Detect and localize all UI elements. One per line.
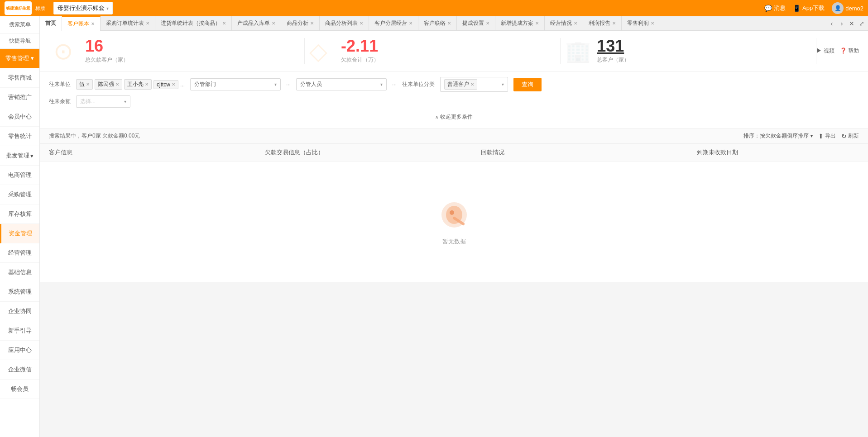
balance-filter-label: 往来余额 [49, 98, 71, 105]
dept-select-arrow: ▾ [274, 82, 277, 87]
tab-close-goods-analysis-list[interactable]: ✕ [360, 21, 363, 26]
tab-purchase-goods[interactable]: 进货单统计表（按商品） ✕ [155, 16, 232, 31]
sidebar-item-purchase-mgmt[interactable]: 采购管理 [0, 185, 39, 204]
sidebar-search-btn[interactable]: 搜索菜单 [0, 16, 39, 33]
tab-close-customer-tier[interactable]: ✕ [409, 21, 412, 26]
stats-total-customers: 🏢 131 总客户（家） [561, 38, 816, 64]
tab-customer-tier[interactable]: 客户分层经营 ✕ [369, 16, 418, 31]
top-bar: 畅捷通好生意 标版 母婴行业演示账套 ▾ 💬 消息 📱 App下载 👤 demo… [0, 0, 868, 16]
tab-finished-goods[interactable]: 产成品入库单 ✕ [232, 16, 281, 31]
export-btn[interactable]: ⬆ 导出 [818, 132, 836, 140]
person-select[interactable]: 分管人员 ▾ [296, 78, 387, 90]
tab-home[interactable]: 首页 [40, 16, 62, 31]
col-overdue-date: 到期未收款日期 [697, 148, 859, 157]
unit-class-select[interactable]: 普通客户 ✕ ▾ [440, 77, 508, 92]
user-avatar-button[interactable]: 👤 demo2 [832, 2, 863, 14]
tab-close-profit-report[interactable]: ✕ [612, 21, 616, 26]
stats-debt-total: ◇ -2.11 欠款合计（万） [305, 38, 561, 64]
balance-select[interactable]: 选择... ▾ [76, 95, 130, 108]
top-bar-left: 畅捷通好生意 标版 母婴行业演示账套 ▾ [5, 1, 113, 15]
sidebar-item-enterprise-collab[interactable]: 企业协同 [0, 302, 39, 321]
dept-more-btn[interactable]: ··· [286, 81, 291, 88]
main-layout: 搜索菜单 快捷导航 零售管理 ▾ 零售商城 营销推广 会员中心 零售统计 批发管… [0, 16, 868, 437]
person-select-arrow: ▾ [380, 82, 383, 87]
sidebar-quick-nav-btn[interactable]: 快捷导航 [0, 33, 39, 49]
tab-close-retail-profit[interactable]: ✕ [651, 21, 654, 26]
tab-retail-profit[interactable]: 零售利润 ✕ [622, 16, 660, 31]
sidebar-item-inventory[interactable]: 库存核算 [0, 204, 39, 224]
table-area: 客户信息 欠款交易信息（占比） 回款情况 到期未收款日期 暂无 [40, 144, 868, 282]
remove-tag-cjttcw[interactable]: ✕ [172, 82, 175, 87]
collapse-btn[interactable]: ∧ 收起更多条件 [435, 113, 473, 121]
sidebar-item-retail-stats[interactable]: 零售统计 [0, 127, 39, 146]
col-customer-info: 客户信息 [49, 148, 265, 157]
top-bar-right: 💬 消息 📱 App下载 👤 demo2 [764, 2, 863, 14]
tab-close-customer-contact[interactable]: ✕ [447, 21, 451, 26]
tab-close-all-btn[interactable]: ✕ [847, 19, 856, 28]
sidebar-item-new-guide[interactable]: 新手引导 [0, 321, 39, 341]
filter-area: 往来单位 伍 ✕ 陈民强 ✕ 王小亮 [40, 71, 868, 128]
dept-select[interactable]: 分管部门 ▾ [190, 78, 281, 90]
sidebar-item-system-mgmt[interactable]: 系统管理 [0, 282, 39, 302]
sidebar-item-enterprise-wechat[interactable]: 企业微信 [0, 360, 39, 380]
sort-select[interactable]: 排序：按欠款金额倒序排序 ▾ [743, 132, 813, 140]
remove-tag-wu[interactable]: ✕ [86, 82, 90, 87]
sidebar-item-retail-mall[interactable]: 零售商城 [0, 68, 39, 88]
video-btn[interactable]: ▶ 视频 [816, 47, 834, 55]
sidebar-item-wholesale-mgmt[interactable]: 批发管理 ▾ [0, 146, 39, 166]
filter-tag-wang: 王小亮 ✕ [124, 79, 152, 90]
export-icon: ⬆ [818, 133, 824, 140]
tab-goods-analysis-list[interactable]: 商品分析列表 ✕ [320, 16, 369, 31]
message-button[interactable]: 💬 消息 [764, 4, 786, 12]
filter-tag-chen: 陈民强 ✕ [95, 79, 122, 90]
sidebar-item-finance-mgmt[interactable]: 资金管理 [0, 224, 39, 243]
filter-tags: 伍 ✕ 陈民强 ✕ 王小亮 ✕ [76, 79, 185, 90]
tab-prev-btn[interactable]: ‹ [827, 19, 836, 28]
help-btn[interactable]: ❓ 帮助 [840, 47, 859, 55]
sector-dropdown[interactable]: 母婴行业演示账套 ▾ [53, 2, 113, 14]
unit-class-filter-label: 往来单位分类 [402, 81, 435, 88]
tab-goods-analysis[interactable]: 商品分析 ✕ [281, 16, 320, 31]
collapse-row: ∧ 收起更多条件 [49, 111, 859, 123]
tab-customer-ledger[interactable]: 客户账本 ✕ [62, 16, 101, 31]
tab-close-business-status[interactable]: ✕ [574, 21, 577, 26]
sidebar-item-ecommerce-mgmt[interactable]: 电商管理 [0, 166, 39, 185]
tab-close-finished-goods[interactable]: ✕ [272, 21, 275, 26]
tab-customer-contact[interactable]: 客户联络 ✕ [418, 16, 457, 31]
app-layout: 畅捷通好生意 标版 母婴行业演示账套 ▾ 💬 消息 📱 App下载 👤 demo… [0, 0, 868, 437]
tab-purchase-stats[interactable]: 采购订单统计表 ✕ [101, 16, 155, 31]
sidebar-item-member-center[interactable]: 会员中心 [0, 107, 39, 127]
tab-new-commission[interactable]: 新增提成方案 ✕ [495, 16, 545, 31]
filter-more-tags[interactable]: ... [180, 81, 185, 88]
tab-close-commission-settings[interactable]: ✕ [486, 21, 489, 26]
remove-tag-chen[interactable]: ✕ [115, 82, 119, 87]
content-area: 首页 客户账本 ✕ 采购订单统计表 ✕ 进货单统计表（按商品） ✕ 产成品入库单… [40, 16, 868, 437]
filter-row-2: 往来余额 选择... ▾ [49, 95, 859, 108]
tab-business-status[interactable]: 经营情况 ✕ [545, 16, 583, 31]
sidebar-item-retail-mgmt[interactable]: 零售管理 ▾ [0, 49, 39, 68]
app-download-button[interactable]: 📱 App下载 [793, 4, 825, 12]
remove-tag-normal-customer[interactable]: ✕ [470, 82, 474, 87]
tab-close-new-commission[interactable]: ✕ [535, 21, 539, 26]
sidebar-item-app-center[interactable]: 应用中心 [0, 341, 39, 360]
sidebar-item-ops-mgmt[interactable]: 经营管理 [0, 243, 39, 263]
sidebar-item-marketing[interactable]: 营销推广 [0, 88, 39, 107]
tab-close-purchase-goods[interactable]: ✕ [222, 21, 226, 26]
tab-maximize-btn[interactable]: ⤢ [857, 19, 866, 28]
tab-commission-settings[interactable]: 提成设置 ✕ [457, 16, 495, 31]
tab-close-customer-ledger[interactable]: ✕ [91, 21, 95, 26]
stats-debt-customers-value: 16 [85, 38, 129, 54]
balance-select-arrow: ▾ [124, 99, 126, 104]
query-button[interactable]: 查询 [513, 78, 542, 91]
sidebar-item-vip-member[interactable]: 畅会员 [0, 380, 39, 399]
person-more-btn[interactable]: ··· [392, 81, 397, 88]
tab-close-goods-analysis[interactable]: ✕ [310, 21, 314, 26]
remove-tag-wang[interactable]: ✕ [145, 82, 149, 87]
tab-close-purchase-stats[interactable]: ✕ [146, 21, 149, 26]
tab-bar: 首页 客户账本 ✕ 采购订单统计表 ✕ 进货单统计表（按商品） ✕ 产成品入库单… [40, 16, 868, 31]
tab-next-btn[interactable]: › [837, 19, 846, 28]
app-logo: 畅捷通好生意 [5, 1, 32, 15]
refresh-btn[interactable]: ↻ 刷新 [841, 132, 859, 140]
sidebar-item-basic-info[interactable]: 基础信息 [0, 263, 39, 282]
tab-profit-report[interactable]: 利润报告 ✕ [583, 16, 622, 31]
